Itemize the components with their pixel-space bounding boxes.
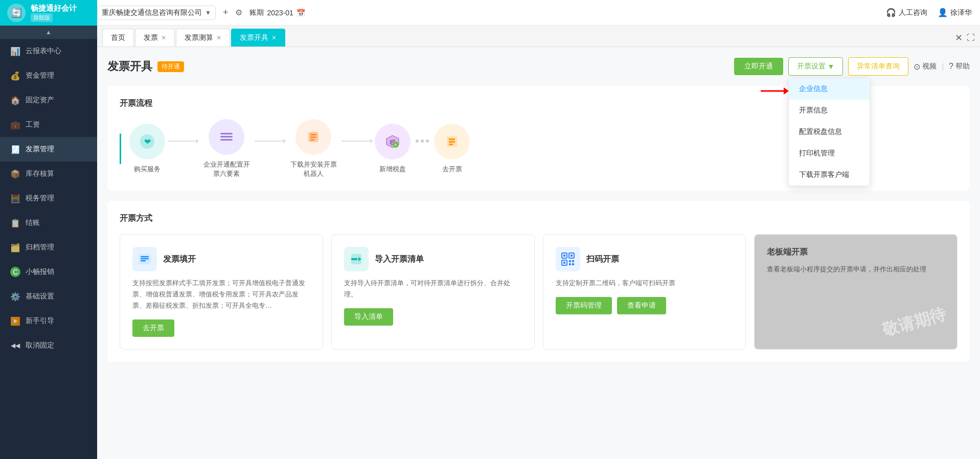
- svg-rect-22: [141, 260, 146, 262]
- settings-icon[interactable]: ⚙: [235, 8, 242, 17]
- step1-label: 购买服务: [134, 165, 161, 174]
- fixed-assets-icon: 🏠: [10, 95, 20, 105]
- svg-rect-35: [572, 263, 574, 265]
- status-badge: 待开通: [157, 61, 184, 72]
- sidebar-item-basic-settings[interactable]: ⚙️ 基础设置: [0, 284, 97, 309]
- tab-close-calc[interactable]: ✕: [216, 34, 221, 41]
- view-apply-btn[interactable]: 查看申请: [617, 297, 666, 314]
- methods-section-title: 开票方式: [120, 213, 958, 224]
- settings-dropdown: 企业信息 开票信息 配置税盘信息 打印机管理: [788, 78, 870, 186]
- fill-invoice-card: 发票填开 支持按照发票样式手工填开发票；可开具增值税电子普通发票、增值税普通发票…: [120, 234, 323, 350]
- qr-manage-btn[interactable]: 开票码管理: [556, 297, 612, 314]
- svg-rect-10: [310, 139, 314, 141]
- settings-button[interactable]: 开票设置 ▼: [788, 57, 844, 76]
- tab-invoice-issue[interactable]: 发票开具 ✕: [231, 29, 285, 47]
- sidebar-item-invoice-management[interactable]: 🧾 发票管理: [0, 137, 97, 162]
- step5-label: 去开票: [442, 165, 462, 174]
- dropdown-item-company-info[interactable]: 企业信息: [789, 78, 870, 100]
- page-content: 发票开具 待开通 立即开通 开票设置 ▼: [97, 47, 980, 459]
- sidebar-item-unpin[interactable]: ◀◀ 取消固定: [0, 333, 97, 358]
- svg-rect-20: [141, 256, 149, 258]
- step3-label: 下载并安装开票机器人: [288, 160, 339, 178]
- fund-icon: 💰: [10, 71, 20, 81]
- qr-invoice-card: 扫码开票 支持定制开票二维码，客户端可扫码开票 开票码管理 查看申请: [543, 234, 746, 350]
- sidebar: ▲ 📊 云报表中心 💰 资金管理 🏠 固定资产 💼 工资 🧾 发票管理 📦 库存…: [0, 26, 97, 459]
- flow-step-3: 下载并安装开票机器人: [288, 119, 339, 178]
- svg-rect-32: [569, 260, 571, 262]
- tab-invoice[interactable]: 发票 ✕: [135, 29, 175, 47]
- card3-desc: 支持定制开票二维码，客户端可扫码开票: [556, 278, 734, 289]
- svg-rect-9: [310, 136, 316, 138]
- svg-rect-17: [449, 141, 455, 143]
- cloud-reports-icon: 📊: [10, 46, 20, 56]
- app-version: 旗舰版: [31, 13, 53, 22]
- sidebar-item-label: 归档管理: [26, 243, 54, 252]
- dropdown-item-printer[interactable]: 打印机管理: [789, 143, 870, 164]
- page-title-area: 发票开具 待开通: [107, 59, 184, 74]
- sidebar-item-label: 取消固定: [26, 341, 54, 350]
- qr-icon: [556, 247, 580, 271]
- tab-close-window[interactable]: ✕: [955, 32, 963, 43]
- dropdown-item-invoice-info[interactable]: 开票信息: [789, 100, 870, 121]
- sidebar-item-fixed-assets[interactable]: 🏠 固定资产: [0, 88, 97, 112]
- svg-rect-4: [220, 133, 233, 134]
- svg-rect-18: [449, 144, 453, 145]
- dropdown-item-tax-device[interactable]: 配置税盘信息: [789, 121, 870, 143]
- tab-close-issue[interactable]: ✕: [271, 34, 277, 41]
- sidebar-scroll-up[interactable]: ▲: [0, 26, 97, 39]
- flow-step-1: ❤ 购买服务: [129, 124, 165, 174]
- card2-title: 导入开票清单: [375, 254, 424, 265]
- help-button[interactable]: ? 帮助: [949, 62, 970, 71]
- tab-invoice-calc[interactable]: 发票测算 ✕: [176, 29, 230, 47]
- sidebar-item-cloud-reports[interactable]: 📊 云报表中心: [0, 39, 97, 63]
- svg-marker-1: [784, 87, 789, 95]
- svg-text:+: +: [394, 142, 397, 148]
- help-icon: ?: [949, 62, 953, 71]
- dropdown-item-download-client[interactable]: 下载开票客户端: [789, 164, 870, 186]
- exception-query-button[interactable]: 异常清单查询: [848, 57, 908, 76]
- sidebar-item-label: 新手引导: [26, 316, 54, 326]
- fill-invoice-btn[interactable]: 去开票: [132, 319, 174, 337]
- sidebar-item-tax-management[interactable]: 🧮 税务管理: [0, 186, 97, 211]
- sidebar-item-expense[interactable]: C 小畅报销: [0, 260, 97, 284]
- sidebar-item-archive[interactable]: 🗂️ 归档管理: [0, 235, 97, 260]
- user-area[interactable]: 👤 徐泽华: [938, 8, 972, 17]
- tab-maximize[interactable]: ⛶: [967, 33, 975, 42]
- company-name: 重庆畅捷交通信息咨询有限公司: [102, 8, 202, 17]
- username: 徐泽华: [950, 8, 972, 17]
- step4-label: 新增税盘: [379, 165, 406, 174]
- card4-title: 老板端开票: [767, 247, 808, 258]
- flow-step-4: 税+ 新增税盘: [375, 124, 411, 174]
- card3-title: 扫码开票: [586, 254, 619, 265]
- video-button[interactable]: ⊙ 视频: [914, 62, 937, 72]
- tab-close-invoice[interactable]: ✕: [161, 34, 166, 41]
- sidebar-item-salary[interactable]: 💼 工资: [0, 112, 97, 137]
- sidebar-item-label: 结账: [26, 218, 40, 227]
- overlay-badge: 敬请期待: [879, 303, 948, 342]
- calendar-icon[interactable]: 📅: [297, 9, 305, 17]
- svg-rect-16: [449, 139, 455, 140]
- activate-button[interactable]: 立即开通: [734, 58, 783, 75]
- human-consult-btn[interactable]: 🎧 人工咨询: [886, 8, 927, 17]
- sidebar-item-inventory[interactable]: 📦 库存核算: [0, 162, 97, 186]
- unpin-icon: ◀◀: [10, 340, 20, 351]
- card1-desc: 支持按照发票样式手工填开发票；可开具增值税电子普通发票、增值税普通发票、增值税专…: [132, 278, 310, 311]
- step2-label: 企业开通配置开票六要素: [201, 160, 252, 178]
- company-selector[interactable]: 重庆畅捷交通信息咨询有限公司 ▼: [97, 6, 216, 20]
- boss-invoice-card: 老板端开票 查看老板端小程序提交的开票申请，并作出相应的处理 敬请期待: [754, 234, 958, 350]
- card4-desc: 查看老板端小程序提交的开票申请，并作出相应的处理: [767, 264, 945, 275]
- sidebar-item-closing[interactable]: 📋 结账: [0, 211, 97, 235]
- import-list-icon: [344, 247, 369, 271]
- methods-section: 开票方式 发票填开 支持按照发票样式手工填开发票；可开具增值税电子普通发票、增值…: [107, 201, 970, 362]
- top-bar: 🔄 畅捷通好会计 旗舰版 重庆畅捷交通信息咨询有限公司 ▼ + ⚙ 账期 202…: [0, 0, 980, 26]
- import-list-btn[interactable]: 导入清单: [344, 308, 393, 326]
- tab-home[interactable]: 首页: [102, 29, 134, 47]
- sidebar-item-fund-management[interactable]: 💰 资金管理: [0, 63, 97, 88]
- step3-icon: [295, 119, 331, 155]
- sidebar-item-guide[interactable]: ▶️ 新手引导: [0, 309, 97, 333]
- svg-rect-33: [572, 260, 574, 262]
- sidebar-item-label: 基础设置: [26, 292, 54, 301]
- add-company-icon[interactable]: +: [223, 7, 229, 18]
- salary-icon: 💼: [10, 120, 20, 130]
- svg-rect-8: [310, 134, 316, 135]
